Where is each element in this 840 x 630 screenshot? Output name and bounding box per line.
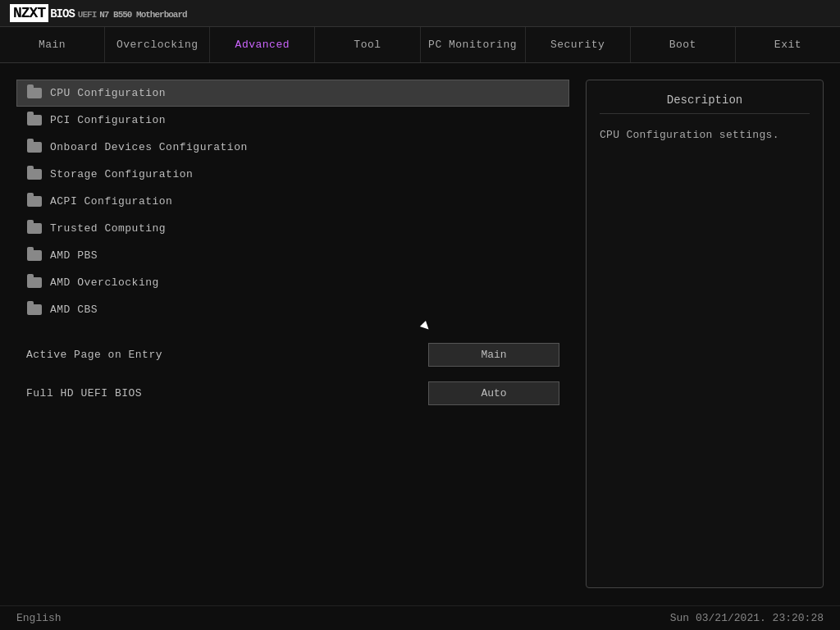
- nav-tab-overclocking[interactable]: Overclocking: [105, 27, 210, 62]
- menu-item-acpi-config[interactable]: ACPI Configuration: [16, 188, 569, 215]
- menu-item-label-pci-config: PCI Configuration: [50, 114, 166, 126]
- menu-item-trusted-computing[interactable]: Trusted Computing: [16, 215, 569, 242]
- nav-tab-boot[interactable]: Boot: [631, 27, 736, 62]
- folder-icon: [27, 196, 42, 207]
- description-text: CPU Configuration settings.: [600, 127, 810, 144]
- setting-label-full-hd-uefi-bios: Full HD UEFI BIOS: [26, 387, 428, 399]
- nav-tab-tool[interactable]: Tool: [315, 27, 420, 62]
- menu-item-label-trusted-computing: Trusted Computing: [50, 222, 166, 235]
- setting-row-active-page-on-entry: Active Page on EntryMain: [16, 340, 569, 370]
- logo: NZXTBIOSUEFIN7 B550 Motherboard: [10, 5, 187, 21]
- folder-icon: [27, 223, 42, 234]
- folder-icon: [27, 115, 42, 126]
- menu-item-label-amd-pbs: AMD PBS: [50, 249, 98, 262]
- menu-item-storage-config[interactable]: Storage Configuration: [16, 161, 569, 188]
- nav-tab-pc-monitoring[interactable]: PC Monitoring: [421, 27, 526, 62]
- menu-item-label-cpu-config: CPU Configuration: [50, 87, 166, 99]
- menu-item-label-onboard-devices: Onboard Devices Configuration: [50, 141, 248, 153]
- main-content: CPU ConfigurationPCI ConfigurationOnboar…: [0, 63, 840, 596]
- menu-item-pci-config[interactable]: PCI Configuration: [16, 107, 569, 134]
- folder-icon: [27, 304, 42, 315]
- nav-tabs: MainOverclockingAdvancedToolPC Monitorin…: [0, 27, 840, 63]
- settings-area: Active Page on EntryMainFull HD UEFI BIO…: [16, 340, 569, 409]
- footer: English Sun 03/21/2021. 23:20:28: [0, 605, 840, 630]
- menu-item-label-acpi-config: ACPI Configuration: [50, 195, 172, 208]
- setting-label-active-page-on-entry: Active Page on Entry: [26, 349, 428, 361]
- nav-tab-advanced[interactable]: Advanced: [210, 27, 315, 62]
- footer-datetime: Sun 03/21/2021. 23:20:28: [670, 612, 824, 624]
- footer-language: English: [16, 612, 62, 624]
- header: NZXTBIOSUEFIN7 B550 Motherboard: [0, 0, 840, 27]
- description-panel: Description CPU Configuration settings.: [586, 80, 824, 588]
- setting-value-full-hd-uefi-bios[interactable]: Auto: [428, 381, 559, 405]
- logo-board: N7 B550 Motherboard: [99, 10, 186, 20]
- folder-icon: [27, 142, 42, 153]
- logo-nzxt: NZXT: [10, 4, 48, 22]
- menu-item-onboard-devices[interactable]: Onboard Devices Configuration: [16, 134, 569, 161]
- logo-bios: BIOS: [50, 7, 75, 21]
- logo-uefi: UEFI: [78, 10, 96, 20]
- folder-icon: [27, 250, 42, 261]
- menu-item-amd-overclocking[interactable]: AMD Overclocking: [16, 269, 569, 296]
- menu-item-label-amd-overclocking: AMD Overclocking: [50, 276, 159, 289]
- menu-item-label-storage-config: Storage Configuration: [50, 168, 193, 180]
- left-panel: CPU ConfigurationPCI ConfigurationOnboar…: [16, 80, 569, 588]
- nav-tab-main[interactable]: Main: [0, 27, 105, 62]
- folder-icon: [27, 88, 42, 98]
- folder-icon: [27, 169, 42, 180]
- menu-list: CPU ConfigurationPCI ConfigurationOnboar…: [16, 80, 569, 323]
- setting-row-full-hd-uefi-bios: Full HD UEFI BIOSAuto: [16, 378, 569, 409]
- menu-item-cpu-config[interactable]: CPU Configuration: [16, 80, 569, 107]
- nav-tab-exit[interactable]: Exit: [736, 27, 840, 62]
- menu-item-amd-pbs[interactable]: AMD PBS: [16, 242, 569, 269]
- menu-item-amd-cbs[interactable]: AMD CBS: [16, 296, 569, 323]
- setting-value-active-page-on-entry[interactable]: Main: [428, 343, 559, 367]
- description-title: Description: [600, 94, 810, 114]
- menu-item-label-amd-cbs: AMD CBS: [50, 304, 98, 316]
- folder-icon: [27, 277, 42, 288]
- nav-tab-security[interactable]: Security: [526, 27, 631, 62]
